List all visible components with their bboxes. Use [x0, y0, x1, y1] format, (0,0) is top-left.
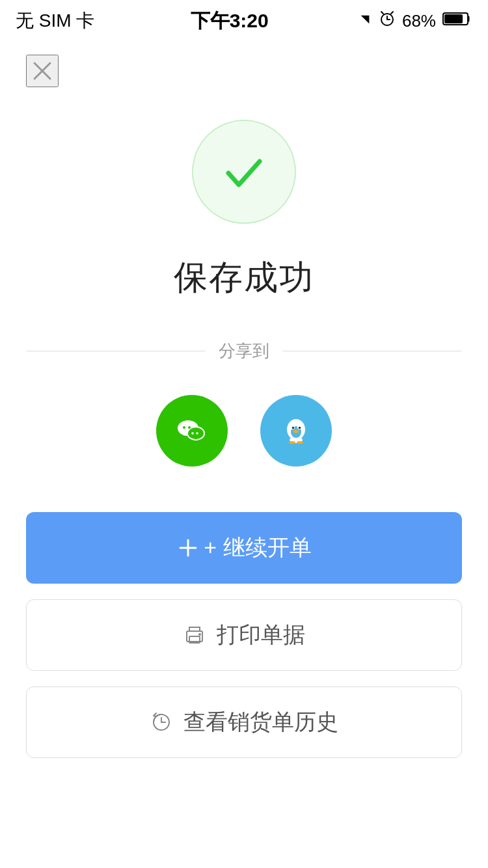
svg-point-12 — [191, 432, 194, 435]
alarm-icon — [379, 10, 396, 32]
svg-point-28 — [198, 633, 201, 636]
continue-label: + 继续开单 — [204, 533, 311, 563]
share-section: 分享到 — [26, 340, 462, 362]
wechat-share-button[interactable] — [156, 395, 228, 467]
status-bar: 无 SIM 卡 下午3:20 68% — [0, 0, 488, 42]
qq-share-button[interactable] — [260, 395, 332, 467]
svg-point-11 — [188, 426, 191, 429]
svg-point-23 — [297, 441, 303, 444]
share-label: 分享到 — [219, 340, 269, 362]
status-time: 下午3:20 — [191, 8, 269, 34]
divider-right — [282, 351, 462, 351]
divider-left — [26, 351, 206, 351]
svg-point-21 — [293, 430, 299, 433]
svg-point-10 — [183, 426, 185, 429]
continue-button[interactable]: + 继续开单 — [26, 512, 462, 584]
no-sim-label: 无 SIM 卡 — [16, 8, 94, 33]
share-icons-container — [156, 395, 332, 467]
history-label: 查看销货单历史 — [183, 707, 338, 737]
main-content: 保存成功 分享到 — [0, 42, 488, 758]
battery-percent: 68% — [402, 11, 436, 31]
success-icon-circle — [192, 120, 296, 224]
success-title: 保存成功 — [174, 255, 314, 301]
print-button[interactable]: 打印单据 — [26, 599, 462, 671]
history-icon — [150, 711, 173, 734]
svg-point-19 — [292, 427, 295, 429]
status-right: 68% — [358, 10, 472, 32]
svg-point-13 — [196, 432, 198, 435]
svg-rect-5 — [444, 14, 463, 23]
action-buttons: + 继续开单 打印单据 — [26, 512, 462, 758]
plus-icon — [176, 536, 200, 560]
svg-point-20 — [299, 427, 301, 429]
history-button[interactable]: 查看销货单历史 — [26, 686, 462, 758]
status-left: 无 SIM 卡 — [16, 8, 101, 33]
battery-icon — [442, 11, 472, 31]
svg-point-22 — [289, 441, 295, 444]
print-icon — [183, 623, 206, 647]
print-label: 打印单据 — [217, 620, 305, 650]
location-icon — [358, 11, 372, 31]
close-button[interactable] — [26, 55, 59, 87]
svg-point-9 — [187, 427, 204, 440]
